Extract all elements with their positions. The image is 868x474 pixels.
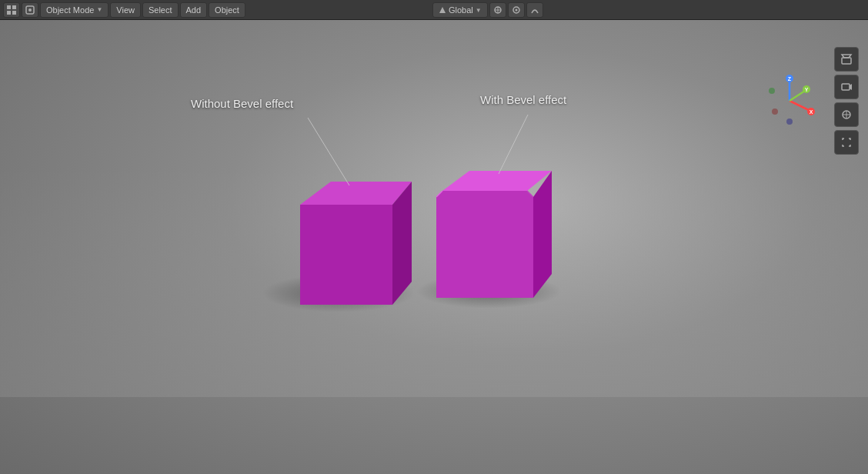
svg-line-38: [790, 91, 805, 101]
proportional-falloff-button[interactable]: [526, 2, 543, 18]
svg-rect-2: [7, 11, 11, 15]
svg-rect-3: [12, 11, 16, 15]
svg-rect-0: [7, 5, 11, 9]
3d-viewport[interactable]: Without Bevel effect With Bevel effect Z…: [0, 20, 868, 474]
svg-point-43: [786, 118, 793, 125]
proportional-edit-button[interactable]: [508, 2, 525, 18]
snap-button[interactable]: [489, 2, 506, 18]
svg-point-5: [28, 8, 32, 12]
add-menu[interactable]: Add: [180, 2, 208, 18]
view-perspective-button[interactable]: [834, 47, 859, 72]
frame-all-button[interactable]: [834, 130, 859, 155]
view-menu[interactable]: View: [110, 2, 141, 18]
svg-point-41: [772, 108, 778, 115]
object-menu[interactable]: Object: [209, 2, 245, 18]
transform-orientation-dropdown[interactable]: Global ▼: [432, 2, 488, 18]
svg-rect-1: [12, 5, 16, 9]
view-navigate-button[interactable]: [834, 102, 859, 127]
svg-marker-22: [300, 205, 392, 305]
chevron-down-icon: ▼: [96, 6, 102, 13]
object-mode-dropdown[interactable]: Object Mode ▼: [40, 2, 108, 18]
svg-text:X: X: [810, 109, 813, 115]
svg-text:Y: Y: [805, 87, 809, 92]
svg-line-35: [790, 101, 810, 111]
cube1-without-bevel[interactable]: [289, 162, 423, 320]
svg-marker-45: [842, 55, 851, 58]
render-mode-icon[interactable]: [22, 2, 38, 18]
label-without-bevel: Without Bevel effect: [191, 97, 293, 110]
svg-text:Z: Z: [788, 76, 792, 82]
orientation-gizmo[interactable]: Z X Y: [763, 74, 816, 128]
label-with-bevel: With Bevel effect: [480, 93, 566, 106]
view-camera-button[interactable]: [834, 75, 859, 99]
cube2-with-bevel[interactable]: [427, 157, 562, 311]
svg-marker-25: [436, 191, 533, 298]
svg-rect-46: [842, 84, 850, 90]
svg-marker-26: [442, 171, 552, 191]
main-toolbar: Object Mode ▼ View Select Add Object Glo…: [0, 0, 868, 20]
svg-marker-6: [439, 7, 446, 13]
center-toolbar: Global ▼: [262, 0, 543, 20]
svg-rect-44: [842, 58, 851, 64]
select-menu[interactable]: Select: [142, 2, 179, 18]
svg-point-11: [515, 9, 517, 12]
editor-type-button[interactable]: [3, 2, 20, 18]
svg-marker-23: [300, 182, 412, 205]
svg-point-42: [769, 88, 775, 94]
svg-marker-27: [533, 171, 552, 298]
object-mode-label: Object Mode: [46, 5, 94, 15]
right-toolbar: Z X Y: [834, 47, 859, 155]
